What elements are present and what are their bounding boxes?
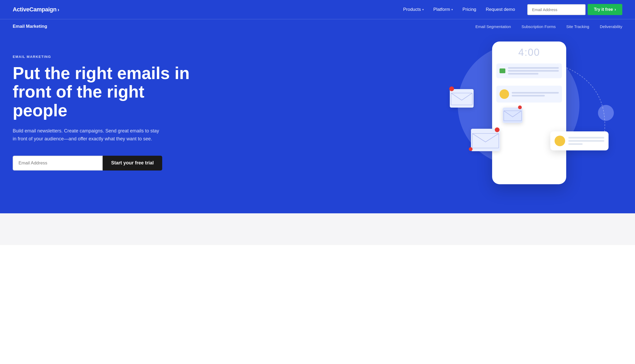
red-dot-3 — [495, 127, 500, 132]
hero-subtext: Build email newsletters. Create campaign… — [13, 127, 161, 143]
products-label: Products — [403, 7, 421, 12]
subnav-links: Email Segmentation Subscription Forms Si… — [475, 24, 622, 29]
nav-email-input[interactable] — [527, 4, 586, 15]
dashed-arc — [545, 60, 614, 145]
subnav-subscription-forms[interactable]: Subscription Forms — [521, 24, 556, 29]
subnav-email-segmentation[interactable]: Email Segmentation — [475, 24, 511, 29]
hero-email-input[interactable] — [13, 156, 103, 171]
phone-email-icon — [500, 68, 505, 73]
products-menu[interactable]: Products ▾ — [400, 5, 428, 14]
envelope-1 — [450, 89, 474, 108]
red-dot-2 — [518, 105, 522, 109]
platform-chevron: ▾ — [451, 8, 453, 11]
products-chevron: ▾ — [422, 8, 424, 11]
hero-headline: Put the right emails in front of the rig… — [13, 64, 193, 120]
hero-section: EMAIL MARKETING Put the right emails in … — [0, 34, 635, 213]
hero-illustration: 4:00 — [450, 34, 635, 213]
logo-arrow: › — [57, 7, 59, 13]
subnav-deliverability[interactable]: Deliverability — [600, 24, 622, 29]
envelope-2 — [503, 108, 523, 123]
nav-links: Products ▾ Platform ▾ Pricing Request de… — [400, 5, 519, 14]
platform-label: Platform — [433, 7, 450, 12]
phone-time: 4:00 — [496, 47, 562, 58]
bottom-section — [0, 213, 635, 245]
nav-try-button[interactable]: Try it free › — [588, 4, 622, 15]
phone-avatar — [500, 89, 509, 99]
hero-content: EMAIL MARKETING Put the right emails in … — [13, 55, 193, 171]
sub-navbar: Email Marketing Email Segmentation Subsc… — [0, 19, 635, 34]
envelope-3 — [471, 129, 500, 151]
phone-chat-line-2 — [512, 95, 545, 96]
try-arrow-icon: › — [615, 7, 616, 12]
subnav-title: Email Marketing — [13, 24, 47, 29]
hero-eyebrow: EMAIL MARKETING — [13, 55, 193, 59]
navbar: ActiveCampaign › Products ▾ Platform ▾ P… — [0, 0, 635, 19]
red-dot-4 — [469, 147, 473, 151]
red-dot-1 — [449, 86, 454, 91]
logo[interactable]: ActiveCampaign › — [13, 6, 59, 13]
hero-cta-button[interactable]: Start your free trial — [103, 156, 162, 171]
pricing-link[interactable]: Pricing — [459, 5, 480, 14]
hero-form: Start your free trial — [13, 156, 193, 171]
request-demo-link[interactable]: Request demo — [482, 5, 519, 14]
platform-menu[interactable]: Platform ▾ — [430, 5, 457, 14]
logo-text: ActiveCampaign — [13, 6, 56, 13]
subnav-site-tracking[interactable]: Site Tracking — [566, 24, 589, 29]
phone-email-line-3 — [508, 73, 538, 75]
